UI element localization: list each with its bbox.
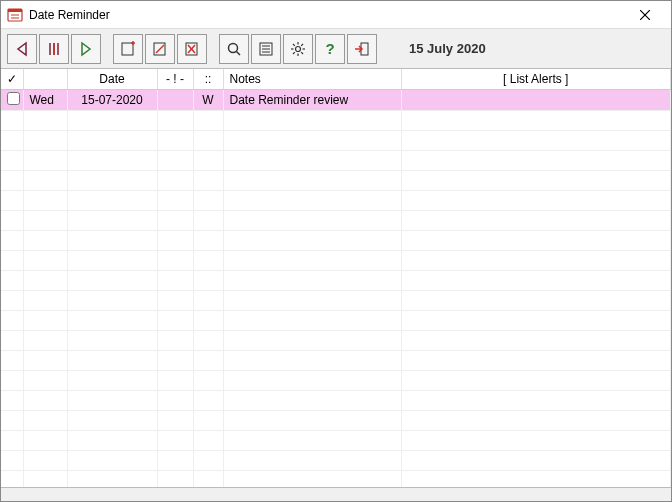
table-row — [1, 210, 671, 230]
svg-text:?: ? — [325, 41, 334, 57]
toolbar: ? 15 July 2020 — [1, 29, 671, 69]
table-row — [1, 190, 671, 210]
today-button[interactable] — [39, 34, 69, 64]
search-button[interactable] — [219, 34, 249, 64]
prev-button[interactable] — [7, 34, 37, 64]
help-button[interactable]: ? — [315, 34, 345, 64]
svg-point-25 — [296, 46, 301, 51]
col-check[interactable]: ✓ — [1, 69, 23, 89]
svg-line-31 — [301, 52, 303, 54]
cell-check[interactable] — [1, 89, 23, 110]
svg-line-32 — [301, 44, 303, 46]
table-row — [1, 470, 671, 487]
table-row — [1, 370, 671, 390]
cell-date: 15-07-2020 — [67, 89, 157, 110]
cell-priority — [157, 89, 193, 110]
cell-day: Wed — [23, 89, 67, 110]
table-row — [1, 350, 671, 370]
table-row — [1, 390, 671, 410]
col-priority[interactable]: - ! - — [157, 69, 193, 89]
table-header-row: ✓ Date - ! - :: Notes [ List Alerts ] — [1, 69, 671, 89]
window-title: Date Reminder — [29, 8, 625, 22]
settings-button[interactable] — [283, 34, 313, 64]
table-row — [1, 290, 671, 310]
table-row — [1, 310, 671, 330]
table-row — [1, 150, 671, 170]
table-row — [1, 110, 671, 130]
col-date[interactable]: Date — [67, 69, 157, 89]
table-row — [1, 270, 671, 290]
next-button[interactable] — [71, 34, 101, 64]
col-recur[interactable]: :: — [193, 69, 223, 89]
svg-marker-10 — [82, 43, 90, 55]
title-bar: Date Reminder — [1, 1, 671, 29]
list-button[interactable] — [251, 34, 281, 64]
svg-marker-6 — [18, 43, 26, 55]
new-entry-button[interactable] — [113, 34, 143, 64]
table-row — [1, 130, 671, 150]
close-button[interactable] — [625, 3, 665, 27]
svg-point-19 — [229, 43, 238, 52]
svg-line-30 — [293, 44, 295, 46]
edit-entry-button[interactable] — [145, 34, 175, 64]
svg-rect-11 — [122, 43, 133, 55]
cell-notes: Date Reminder review — [223, 89, 401, 110]
table-row — [1, 450, 671, 470]
current-date-label: 15 July 2020 — [409, 41, 486, 56]
cell-recur: W — [193, 89, 223, 110]
reminder-table: ✓ Date - ! - :: Notes [ List Alerts ] We… — [1, 69, 671, 487]
svg-line-33 — [293, 52, 295, 54]
table-row — [1, 170, 671, 190]
exit-button[interactable] — [347, 34, 377, 64]
table-row[interactable]: Wed15-07-2020WDate Reminder review — [1, 89, 671, 110]
row-checkbox[interactable] — [7, 92, 20, 105]
table-row — [1, 230, 671, 250]
table-row — [1, 430, 671, 450]
app-icon — [7, 7, 23, 23]
col-day[interactable] — [23, 69, 67, 89]
table-row — [1, 410, 671, 430]
cell-alerts — [401, 89, 671, 110]
reminder-table-container: ✓ Date - ! - :: Notes [ List Alerts ] We… — [1, 69, 671, 487]
table-row — [1, 250, 671, 270]
col-alerts[interactable]: [ List Alerts ] — [401, 69, 671, 89]
col-notes[interactable]: Notes — [223, 69, 401, 89]
svg-line-15 — [156, 45, 164, 53]
svg-line-20 — [237, 51, 241, 55]
table-row — [1, 330, 671, 350]
svg-rect-1 — [8, 9, 22, 12]
delete-entry-button[interactable] — [177, 34, 207, 64]
status-bar — [1, 487, 671, 501]
